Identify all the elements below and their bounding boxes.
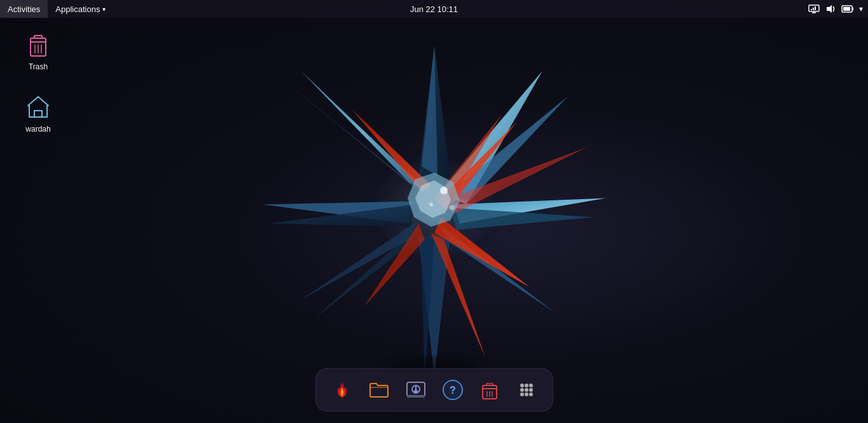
battery-tray-icon[interactable] [841,4,854,13]
display-tray-icon[interactable] [808,4,820,13]
wardah-icon-label: wardah [25,125,50,134]
trash-desktop-icon[interactable]: Trash [13,25,64,75]
applications-dropdown-icon: ▾ [102,6,106,13]
dock-install-button[interactable] [400,374,432,406]
topbar: Activities Applications ▾ Jun 22 10:11 [0,0,868,18]
trash-icon-label: Trash [29,62,48,71]
svg-marker-36 [827,5,832,13]
svg-point-28 [450,205,455,210]
tray-dropdown-icon[interactable]: ▾ [859,4,863,13]
svg-rect-39 [843,7,850,11]
dock-files-button[interactable] [363,374,395,406]
applications-label: Applications [55,4,100,14]
dock-help-button[interactable]: ? [437,374,469,406]
svg-point-76 [529,392,533,396]
topbar-left: Activities Applications ▾ [0,0,113,18]
dock-launcher-button[interactable] [326,374,358,406]
svg-rect-56 [407,395,425,398]
svg-rect-34 [813,8,814,10]
applications-button[interactable]: Applications ▾ [48,0,113,18]
volume-tray-icon[interactable] [825,4,836,14]
desktop-icons-area: Trash wardah [13,25,64,137]
svg-rect-38 [852,8,853,11]
activities-button[interactable]: Activities [0,0,48,18]
taskbar-dock: ? [315,368,553,412]
svg-point-26 [440,186,448,194]
svg-marker-48 [28,97,48,117]
wardah-desktop-icon[interactable]: wardah [13,88,64,137]
svg-rect-35 [815,6,816,10]
dock-grid-button[interactable] [511,374,542,406]
topbar-right: ▾ [808,4,868,14]
svg-rect-33 [811,9,812,10]
dock-trash-button[interactable] [474,374,506,406]
svg-point-71 [520,388,524,392]
home-icon [23,92,53,122]
svg-marker-16 [288,83,425,195]
svg-point-70 [529,384,533,387]
datetime-display: Jun 22 10:11 [410,4,458,14]
svg-point-74 [520,392,524,396]
svg-text:?: ? [450,385,456,396]
desktop-wallpaper-art [250,20,619,389]
svg-rect-49 [34,111,42,117]
svg-point-72 [525,388,528,392]
svg-point-27 [429,202,433,206]
topbar-clock: Jun 22 10:11 [410,4,458,14]
trash-icon [23,29,53,60]
svg-point-68 [520,384,524,387]
svg-point-69 [525,384,528,387]
svg-point-75 [525,392,528,396]
svg-point-73 [529,388,533,392]
